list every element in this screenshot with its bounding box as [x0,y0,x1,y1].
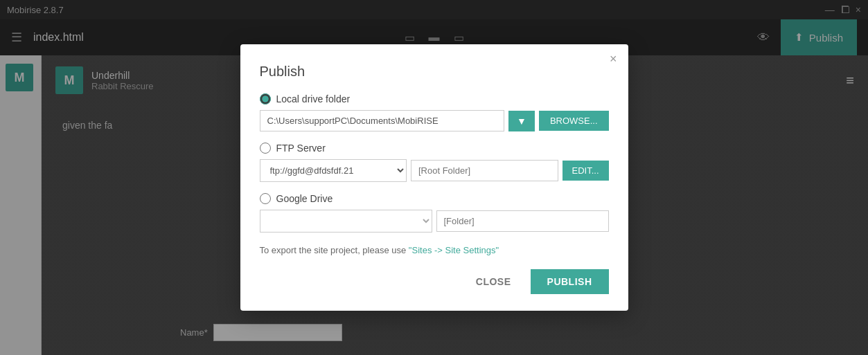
site-settings-link[interactable]: "Sites -> Site Settings" [409,245,499,255]
path-row: ▼ BROWSE... [260,110,609,131]
edit-button[interactable]: EDIT... [563,161,609,181]
gdrive-row [260,210,609,233]
google-drive-radio[interactable] [260,193,271,204]
close-button[interactable]: CLOSE [465,269,522,294]
ftp-select[interactable]: ftp://ggfd@dfdsfdf.21 [260,159,407,182]
ftp-server-option: FTP Server ftp://ggfd@dfdsfdf.21 EDIT... [260,143,609,182]
ftp-label[interactable]: FTP Server [260,143,609,154]
export-text: To export the site project, please use "… [260,245,609,255]
google-drive-option: Google Drive [260,193,609,233]
modal-title: Publish [260,64,609,80]
modal-footer: CLOSE PUBLISH [260,269,609,294]
local-drive-radio[interactable] [260,93,271,104]
folder-input[interactable] [436,210,609,232]
modal-publish-button[interactable]: PUBLISH [531,269,609,294]
local-path-input[interactable] [260,110,505,131]
modal-overlay: × Publish Local drive folder ▼ BROWSE... [0,0,868,355]
modal-close-button[interactable]: × [610,53,617,65]
root-folder-input[interactable] [411,160,558,181]
path-dropdown-button[interactable]: ▼ [508,111,535,131]
gdrive-select[interactable] [260,210,432,233]
publish-modal: × Publish Local drive folder ▼ BROWSE... [240,44,628,311]
google-drive-label[interactable]: Google Drive [260,193,609,204]
ftp-radio[interactable] [260,143,271,154]
ftp-row: ftp://ggfd@dfdsfdf.21 EDIT... [260,159,609,182]
local-drive-option: Local drive folder ▼ BROWSE... [260,93,609,131]
local-drive-label[interactable]: Local drive folder [260,93,609,104]
browse-button[interactable]: BROWSE... [539,111,609,131]
